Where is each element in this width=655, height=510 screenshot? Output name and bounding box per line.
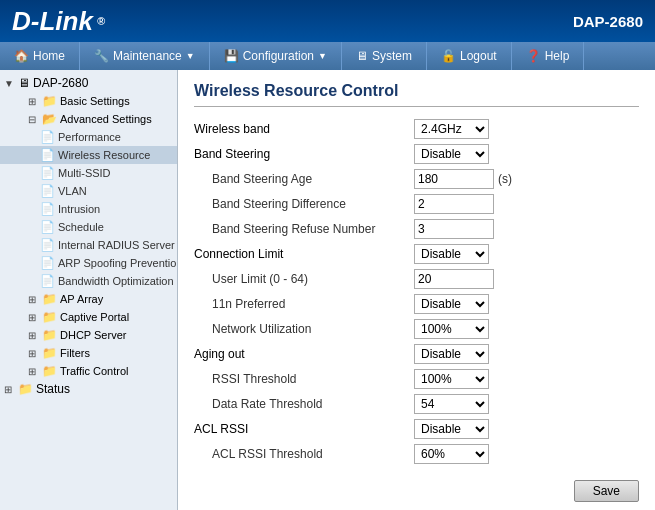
minus-icon: ⊟ [28,114,42,125]
page-icon-sched: 📄 [40,220,55,234]
basic-settings-label: Basic Settings [60,95,130,107]
acl-rssi-threshold-select[interactable]: 60% 80% 40% [414,444,489,464]
nav-system[interactable]: 🖥 System [342,42,427,70]
sidebar-item-advanced-settings[interactable]: ⊟ 📂 Advanced Settings [0,110,177,128]
nav-help-label: Help [545,49,570,63]
page-icon-wr: 📄 [40,148,55,162]
acl-rssi-threshold-row: ACL RSSI Threshold 60% 80% 40% [194,444,639,464]
filters-icon: 📁 [42,346,57,360]
page-icon-ms: 📄 [40,166,55,180]
ap-array-icon: 📁 [42,292,57,306]
rssi-threshold-label: RSSI Threshold [194,372,414,386]
band-steering-refuse-label: Band Steering Refuse Number [194,222,414,236]
plus-icon-cp: ⊞ [28,312,42,323]
plus-icon-filt: ⊞ [28,348,42,359]
acl-rssi-select[interactable]: Disable Enable [414,419,489,439]
sidebar-item-multi-ssid[interactable]: 📄 Multi-SSID [0,164,177,182]
pref-11n-row: 11n Preferred Disable Enable [194,294,639,314]
network-util-select[interactable]: 100% 80% 60% [414,319,489,339]
header: D-Link® DAP-2680 [0,0,655,42]
logout-icon: 🔓 [441,49,456,63]
wireless-band-row: Wireless band 2.4GHz 5GHz [194,119,639,139]
band-steering-diff-label: Band Steering Difference [194,197,414,211]
sidebar-item-basic-settings[interactable]: ⊞ 📁 Basic Settings [0,92,177,110]
page-icon-bw: 📄 [40,274,55,288]
band-steering-age-label: Band Steering Age [194,172,414,186]
page-icon-vlan: 📄 [40,184,55,198]
acl-rssi-label: ACL RSSI [194,422,414,436]
nav-maintenance[interactable]: 🔧 Maintenance ▼ [80,42,210,70]
nav-home-label: Home [33,49,65,63]
plus-icon-tc: ⊞ [28,366,42,377]
content-area: Wireless Resource Control Wireless band … [178,70,655,510]
pref-11n-select[interactable]: Disable Enable [414,294,489,314]
sidebar-item-arp[interactable]: 📄 ARP Spoofing Prevention [0,254,177,272]
plus-icon-dhcp: ⊞ [28,330,42,341]
nav-home[interactable]: 🏠 Home [0,42,80,70]
sidebar-item-radius[interactable]: 📄 Internal RADIUS Server [0,236,177,254]
aging-out-label: Aging out [194,347,414,361]
sidebar-item-status[interactable]: ⊞ 📁 Status [0,380,177,398]
captive-icon: 📁 [42,310,57,324]
expand-icon: ▼ [4,78,18,89]
page-icon-radius: 📄 [40,238,55,252]
nav-configuration[interactable]: 💾 Configuration ▼ [210,42,342,70]
config-icon: 💾 [224,49,239,63]
user-limit-row: User Limit (0 - 64) [194,269,639,289]
aging-out-select[interactable]: Disable Enable [414,344,489,364]
wireless-band-label: Wireless band [194,122,414,136]
connection-limit-label: Connection Limit [194,247,414,261]
nav-logout[interactable]: 🔓 Logout [427,42,512,70]
band-steering-age-input[interactable] [414,169,494,189]
rssi-threshold-select[interactable]: 100% 80% 60% [414,369,489,389]
band-steering-refuse-row: Band Steering Refuse Number [194,219,639,239]
connection-limit-row: Connection Limit Disable Enable [194,244,639,264]
data-rate-select[interactable]: 54 48 36 [414,394,489,414]
plus-icon-stat: ⊞ [4,384,18,395]
sidebar-item-schedule[interactable]: 📄 Schedule [0,218,177,236]
band-steering-refuse-input[interactable] [414,219,494,239]
sidebar-item-ap-array[interactable]: ⊞ 📁 AP Array [0,290,177,308]
data-rate-row: Data Rate Threshold 54 48 36 [194,394,639,414]
page-icon-perf: 📄 [40,130,55,144]
sidebar-item-intrusion[interactable]: 📄 Intrusion [0,200,177,218]
plus-icon-ap: ⊞ [28,294,42,305]
dhcp-icon: 📁 [42,328,57,342]
sidebar-item-device[interactable]: ▼ 🖥 DAP-2680 [0,74,177,92]
age-unit: (s) [498,172,512,186]
sidebar-item-captive-portal[interactable]: ⊞ 📁 Captive Portal [0,308,177,326]
main-layout: ▼ 🖥 DAP-2680 ⊞ 📁 Basic Settings ⊟ 📂 Adva… [0,70,655,510]
network-util-label: Network Utilization [194,322,414,336]
save-button[interactable]: Save [574,480,639,502]
basic-settings-icon: 📁 [42,94,57,108]
connection-limit-select[interactable]: Disable Enable [414,244,489,264]
acl-rssi-row: ACL RSSI Disable Enable [194,419,639,439]
model-label: DAP-2680 [573,13,643,30]
plus-icon: ⊞ [28,96,42,107]
system-icon: 🖥 [356,49,368,63]
traffic-icon: 📁 [42,364,57,378]
sidebar-item-traffic[interactable]: ⊞ 📁 Traffic Control [0,362,177,380]
sidebar-item-vlan[interactable]: 📄 VLAN [0,182,177,200]
device-icon: 🖥 [18,76,30,90]
nav-help[interactable]: ❓ Help [512,42,585,70]
sidebar-item-dhcp[interactable]: ⊞ 📁 DHCP Server [0,326,177,344]
band-steering-row: Band Steering Disable Enable [194,144,639,164]
device-label: DAP-2680 [33,76,88,90]
advanced-settings-label: Advanced Settings [60,113,152,125]
pref-11n-label: 11n Preferred [194,297,414,311]
band-steering-diff-input[interactable] [414,194,494,214]
data-rate-label: Data Rate Threshold [194,397,414,411]
band-steering-select[interactable]: Disable Enable [414,144,489,164]
user-limit-input[interactable] [414,269,494,289]
nav-config-label: Configuration [243,49,314,63]
chevron-down-icon2: ▼ [318,51,327,61]
wireless-band-select[interactable]: 2.4GHz 5GHz [414,119,489,139]
sidebar-item-wireless-resource[interactable]: 📄 Wireless Resource [0,146,177,164]
network-util-row: Network Utilization 100% 80% 60% [194,319,639,339]
sidebar-item-filters[interactable]: ⊞ 📁 Filters [0,344,177,362]
band-steering-label: Band Steering [194,147,414,161]
status-icon: 📁 [18,382,33,396]
sidebar-item-performance[interactable]: 📄 Performance [0,128,177,146]
sidebar-item-bandwidth[interactable]: 📄 Bandwidth Optimization [0,272,177,290]
